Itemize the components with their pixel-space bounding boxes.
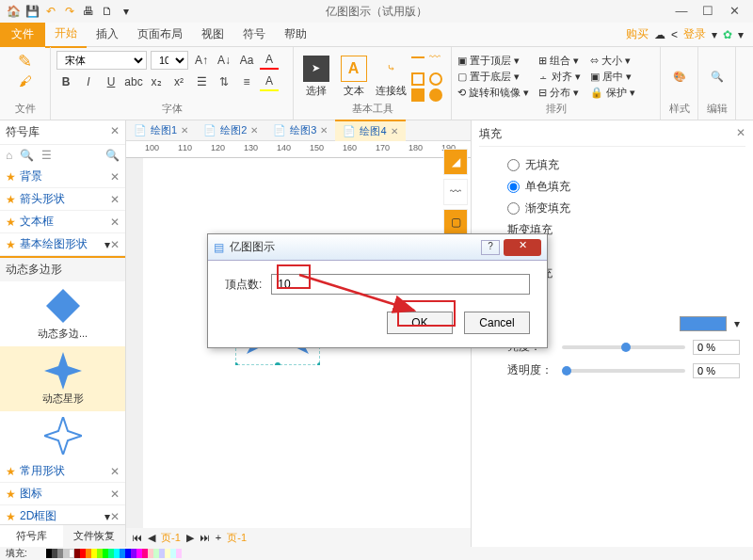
ok-button[interactable]: OK	[387, 312, 453, 334]
shadow-tool-icon[interactable]: ▢	[443, 209, 468, 235]
doc-tab-4[interactable]: 📄 绘图4 ✕	[335, 120, 405, 141]
shape-star-outline-tile[interactable]	[0, 411, 125, 460]
shape-line-icon[interactable]	[411, 56, 425, 70]
brush-icon[interactable]: 🖌	[19, 73, 32, 88]
select-tool[interactable]: ➤ 选择	[299, 56, 333, 98]
page-nav-first-icon[interactable]: ⏮	[132, 532, 142, 543]
lib-icons[interactable]: 图标	[20, 486, 110, 502]
connector-tool[interactable]: ⤷ 连接线	[375, 56, 409, 98]
brightness-slider[interactable]	[562, 345, 685, 349]
buy-link[interactable]: 购买	[626, 26, 649, 42]
font-color-icon[interactable]: A	[260, 51, 279, 70]
lib-close-icon[interactable]: ✕	[110, 238, 120, 251]
page-nav-next-icon[interactable]: ▶	[186, 532, 194, 544]
protect[interactable]: 🔒 保护 ▾	[590, 86, 635, 100]
close-button[interactable]: ✕	[727, 4, 742, 19]
tab-file-recovery[interactable]: 文件恢复	[63, 525, 126, 547]
center[interactable]: ▣ 居中 ▾	[590, 70, 635, 84]
tab-symbol-lib[interactable]: 符号库	[0, 525, 63, 547]
page-nav-prev-icon[interactable]: ◀	[148, 532, 155, 544]
style-button[interactable]: 🎨	[666, 63, 693, 89]
italic-icon[interactable]: I	[79, 72, 98, 91]
opacity-slider[interactable]	[562, 369, 685, 373]
lib-close-icon[interactable]: ✕	[110, 488, 120, 501]
menu-view[interactable]: 视图	[192, 22, 233, 47]
minimize-button[interactable]: —	[674, 4, 689, 19]
lib-home-icon[interactable]: ⌂	[6, 149, 12, 162]
cloud-icon[interactable]: ☁	[654, 28, 665, 41]
login-link[interactable]: 登录	[683, 26, 706, 42]
lib-menu-icon[interactable]: ☰	[41, 149, 52, 162]
doc-tab-3[interactable]: 📄 绘图3 ✕	[265, 120, 335, 140]
menu-insert[interactable]: 插入	[87, 22, 128, 47]
bring-front[interactable]: ▣ 置于顶层 ▾	[457, 54, 529, 68]
menu-page-layout[interactable]: 页面布局	[128, 22, 192, 47]
color-selector[interactable]	[680, 316, 727, 331]
login-dropdown-icon[interactable]: ▾	[712, 28, 717, 41]
menu-help[interactable]: 帮助	[275, 22, 316, 47]
lib-background[interactable]: 背景	[20, 168, 110, 184]
qat-undo-icon[interactable]: ↶	[43, 4, 58, 19]
group[interactable]: ⊞ 组合 ▾	[538, 54, 581, 68]
tab-close-icon[interactable]: ✕	[320, 125, 328, 136]
add-page-button[interactable]: +	[216, 532, 221, 543]
bullet-icon[interactable]: ☰	[192, 72, 211, 91]
radio-gradient-fill[interactable]	[507, 202, 520, 215]
cancel-button[interactable]: Cancel	[464, 312, 530, 334]
align[interactable]: ⫠ 对齐 ▾	[538, 70, 581, 84]
shape-rect-icon[interactable]	[411, 72, 425, 86]
strike-icon[interactable]: abc	[124, 72, 143, 91]
qat-redo-icon[interactable]: ↷	[62, 4, 77, 19]
lib-search2-icon[interactable]: 🔍	[105, 149, 120, 162]
dialog-help-icon[interactable]: ?	[481, 240, 500, 255]
tab-close-icon[interactable]: ✕	[181, 125, 188, 136]
spacing-icon[interactable]: ⇅	[215, 72, 233, 91]
align-icon[interactable]: ≡	[237, 72, 256, 91]
fill-tool-icon[interactable]: ◢	[443, 149, 468, 175]
qat-home-icon[interactable]: 🏠	[6, 4, 21, 19]
share-icon[interactable]: <	[671, 28, 678, 41]
shape-palette[interactable]: 〰	[411, 51, 445, 102]
subscript-icon[interactable]: x₂	[147, 72, 166, 91]
font-name-select[interactable]: 宋体	[56, 51, 147, 70]
opacity-value[interactable]	[693, 363, 740, 378]
doc-tab-1[interactable]: 📄 绘图1 ✕	[126, 120, 196, 140]
lib-2d-block[interactable]: 2D框图	[20, 508, 104, 524]
brightness-value[interactable]	[693, 340, 740, 355]
color-strip[interactable]	[46, 549, 182, 558]
rotate-mirror[interactable]: ⟲ 旋转和镜像 ▾	[457, 86, 529, 100]
lib-arrows[interactable]: 箭头形状	[20, 191, 110, 207]
lib-textbox[interactable]: 文本框	[20, 214, 110, 230]
shape-star-tile[interactable]: 动态星形	[0, 346, 125, 411]
radio-solid-fill[interactable]	[507, 181, 520, 193]
distribute[interactable]: ⊟ 分布 ▾	[538, 86, 581, 100]
maximize-button[interactable]: ☐	[700, 4, 715, 19]
find-button[interactable]: 🔍	[704, 63, 730, 89]
shape-circle-fill-icon[interactable]	[429, 88, 442, 102]
lib-close-icon[interactable]: ✕	[110, 510, 120, 523]
qat-save-icon[interactable]: 💾	[24, 4, 40, 19]
tab-close-icon[interactable]: ✕	[250, 125, 258, 136]
underline-icon[interactable]: U	[102, 72, 120, 91]
lib-basic-shapes[interactable]: 基本绘图形状	[20, 236, 104, 252]
apps-icon[interactable]: ✿	[723, 28, 732, 41]
shape-ellipse-icon[interactable]	[429, 72, 442, 86]
radio-no-fill[interactable]	[507, 159, 520, 171]
menu-symbols[interactable]: 符号	[233, 22, 275, 47]
size[interactable]: ⬄ 大小 ▾	[590, 54, 635, 68]
decrease-font-icon[interactable]: A↓	[215, 51, 233, 70]
lib-close-icon[interactable]: ✕	[110, 193, 120, 206]
color-dropdown-icon[interactable]: ▾	[734, 317, 740, 330]
dialog-close-button[interactable]: ✕	[504, 239, 541, 256]
font-size-select[interactable]: 10	[151, 51, 188, 70]
doc-tab-2[interactable]: 📄 绘图2 ✕	[196, 120, 265, 140]
menu-collapse-icon[interactable]: ▾	[738, 28, 744, 41]
highlight-icon[interactable]: A	[260, 72, 279, 91]
bold-icon[interactable]: B	[56, 72, 75, 91]
qat-more-icon[interactable]: ▾	[119, 4, 134, 19]
line-tool-icon[interactable]: 〰	[443, 179, 468, 205]
format-painter-icon[interactable]: ✎	[18, 51, 32, 72]
shape-rect-fill-icon[interactable]	[411, 88, 425, 102]
text-tool[interactable]: A 文本	[337, 56, 371, 98]
send-back[interactable]: ▢ 置于底层 ▾	[457, 70, 529, 84]
